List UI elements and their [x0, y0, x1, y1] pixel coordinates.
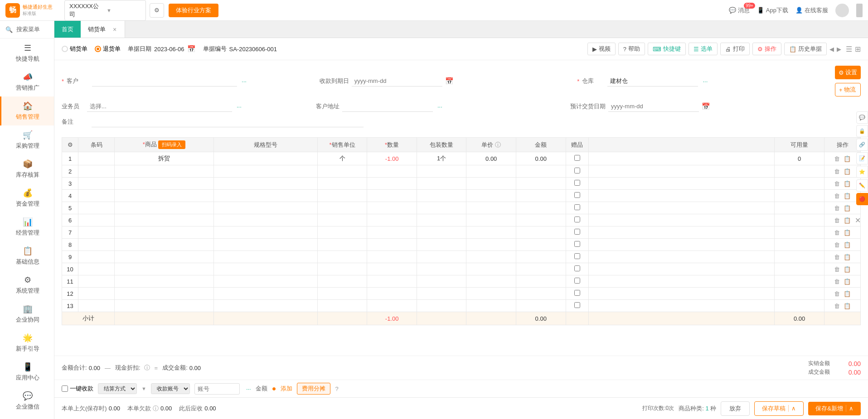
- cell-gift[interactable]: [566, 190, 588, 202]
- cell-remark[interactable]: [588, 165, 775, 178]
- copy-icon[interactable]: 📋: [844, 290, 851, 297]
- cell-qty[interactable]: -1.00: [367, 152, 417, 165]
- cell-qty[interactable]: [367, 165, 417, 178]
- cell-unit[interactable]: 个: [317, 152, 367, 165]
- cell-barcode[interactable]: [78, 165, 115, 178]
- cell-unit[interactable]: [317, 190, 367, 202]
- add-icon[interactable]: ●: [272, 385, 276, 393]
- cell-barcode[interactable]: [78, 263, 115, 275]
- cell-qty[interactable]: [367, 251, 417, 263]
- cell-remark[interactable]: [588, 251, 775, 263]
- cell-qty[interactable]: [367, 226, 417, 239]
- cell-qty[interactable]: [367, 263, 417, 275]
- cell-spec[interactable]: [214, 275, 318, 288]
- owe-info-icon[interactable]: ⓘ: [153, 405, 159, 413]
- cell-barcode[interactable]: [78, 275, 115, 288]
- cell-barcode[interactable]: [78, 226, 115, 239]
- cell-gift[interactable]: [566, 152, 588, 165]
- cell-price[interactable]: [466, 202, 516, 214]
- cell-pkgqty[interactable]: [417, 239, 466, 251]
- cell-unit[interactable]: [317, 178, 367, 190]
- copy-icon[interactable]: 📋: [844, 278, 851, 285]
- cell-price[interactable]: [466, 288, 516, 300]
- cell-amount[interactable]: [516, 239, 566, 251]
- abandon-btn[interactable]: 放弃: [721, 401, 750, 416]
- cell-price[interactable]: 0.00: [466, 152, 516, 165]
- account-dots-icon[interactable]: ···: [246, 385, 251, 392]
- copy-icon[interactable]: 📋: [844, 229, 851, 236]
- cell-pkgqty[interactable]: [417, 226, 466, 239]
- float-btn-2[interactable]: 🔒: [856, 125, 868, 137]
- cell-price[interactable]: [466, 300, 516, 312]
- customer-address-input[interactable]: [342, 101, 433, 112]
- toolbar-help-btn[interactable]: ? 帮助: [618, 43, 645, 55]
- calc-dropdown-icon[interactable]: ▼: [141, 386, 146, 391]
- float-btn-orange[interactable]: 🔴: [856, 193, 868, 205]
- cell-remark[interactable]: [588, 190, 775, 202]
- settings-side-btn[interactable]: ⚙ 设置: [835, 66, 861, 79]
- try-btn[interactable]: 体验行业方案: [169, 4, 218, 17]
- float-btn-1[interactable]: 💬: [856, 111, 868, 124]
- cell-product[interactable]: [115, 251, 214, 263]
- cell-amount[interactable]: [516, 190, 566, 202]
- tab-close-btn[interactable]: ×: [112, 26, 117, 33]
- cell-price[interactable]: [466, 251, 516, 263]
- settings-icon-btn[interactable]: ⚙: [150, 3, 164, 18]
- cell-amount[interactable]: [516, 202, 566, 214]
- warehouse-dots-icon[interactable]: ···: [703, 78, 708, 85]
- cell-unit[interactable]: [317, 239, 367, 251]
- cell-spec[interactable]: [214, 165, 318, 178]
- sidebar-item-member[interactable]: 👑 畅会员: [0, 415, 54, 419]
- cell-spec[interactable]: [214, 300, 318, 312]
- copy-icon[interactable]: 📋: [844, 241, 851, 248]
- delete-icon[interactable]: 🗑: [834, 229, 840, 236]
- cell-product[interactable]: [115, 178, 214, 190]
- cell-spec[interactable]: [214, 190, 318, 202]
- tab-sales-order[interactable]: 销货单 ×: [81, 21, 125, 38]
- cell-unit[interactable]: [317, 288, 367, 300]
- cell-amount[interactable]: [516, 178, 566, 190]
- cell-barcode[interactable]: [78, 214, 115, 226]
- cell-qty[interactable]: [367, 202, 417, 214]
- cell-amount[interactable]: [516, 226, 566, 239]
- toolbar-video-btn[interactable]: ▶ 视频: [587, 43, 616, 55]
- sidebar-item-sales[interactable]: 🏠 销售管理: [0, 96, 54, 125]
- cell-amount[interactable]: [516, 275, 566, 288]
- cell-product[interactable]: [115, 263, 214, 275]
- salesman-dots-icon[interactable]: ···: [237, 103, 242, 110]
- cell-gift[interactable]: [566, 251, 588, 263]
- delete-icon[interactable]: 🗑: [834, 278, 840, 285]
- float-btn-4[interactable]: 📝: [856, 152, 868, 164]
- date-value[interactable]: 2023-06-06: [154, 46, 184, 53]
- logistics-side-btn[interactable]: + 物流: [835, 83, 861, 96]
- cell-product[interactable]: [115, 202, 214, 214]
- account-input[interactable]: [194, 383, 240, 395]
- cell-amount[interactable]: [516, 251, 566, 263]
- cell-qty[interactable]: [367, 239, 417, 251]
- cell-amount[interactable]: [516, 263, 566, 275]
- cell-gift[interactable]: [566, 275, 588, 288]
- cell-gift[interactable]: [566, 300, 588, 312]
- delete-icon[interactable]: 🗑: [834, 241, 840, 248]
- grid-view-btn[interactable]: ⊞: [855, 45, 861, 53]
- cell-remark[interactable]: [588, 178, 775, 190]
- cell-unit[interactable]: [317, 300, 367, 312]
- cell-barcode[interactable]: [78, 202, 115, 214]
- cell-pkgqty[interactable]: [417, 251, 466, 263]
- cell-product[interactable]: [115, 300, 214, 312]
- cell-remark[interactable]: [588, 239, 775, 251]
- sidebar-item-newbie[interactable]: 🌟 新手引导: [0, 328, 54, 357]
- cell-amount[interactable]: 0.00: [516, 152, 566, 165]
- cell-barcode[interactable]: [78, 239, 115, 251]
- cell-price[interactable]: [466, 190, 516, 202]
- cell-gift[interactable]: [566, 239, 588, 251]
- company-selector[interactable]: XXXXXX公司 ▼: [64, 0, 146, 21]
- scan-btn[interactable]: 扫码录入: [158, 140, 185, 149]
- address-dots-icon[interactable]: ···: [437, 103, 442, 110]
- toolbar-select-btn[interactable]: ☰ 选单: [689, 43, 718, 55]
- float-btn-6[interactable]: ✏️: [856, 179, 868, 192]
- cell-spec[interactable]: [214, 152, 318, 165]
- cell-pkgqty[interactable]: [417, 288, 466, 300]
- sidebar-item-finance[interactable]: 💰 资金管理: [0, 183, 54, 212]
- cell-barcode[interactable]: [78, 251, 115, 263]
